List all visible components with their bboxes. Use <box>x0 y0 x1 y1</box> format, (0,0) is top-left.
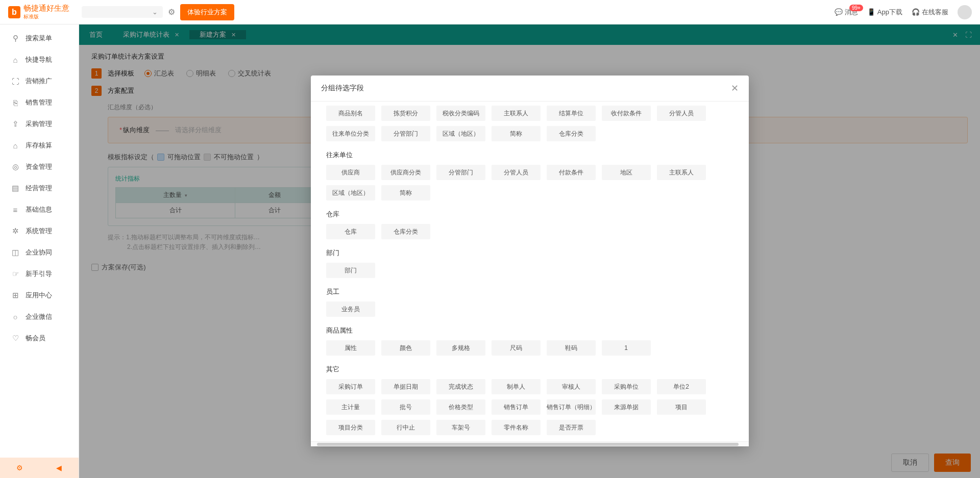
field-chip[interactable]: 往来单位分类 <box>326 126 375 141</box>
field-chip[interactable]: 零件名称 <box>492 420 541 435</box>
sidebar-item-label: 搜索菜单 <box>26 34 52 43</box>
field-group-title: 其它 <box>326 365 749 374</box>
sidebar-item[interactable]: ⎘销售管理 <box>0 92 79 113</box>
field-chip[interactable]: 属性 <box>326 340 375 356</box>
field-chip[interactable]: 颜色 <box>381 340 430 356</box>
field-chip[interactable]: 主联系人 <box>492 106 541 121</box>
field-chip[interactable]: 结算单位 <box>547 106 596 121</box>
gear-icon: ⚙ <box>16 464 23 472</box>
sidebar-item-label: 采购管理 <box>26 119 52 129</box>
field-chip[interactable]: 简称 <box>492 126 541 141</box>
sidebar-item[interactable]: ⊞应用中心 <box>0 285 79 306</box>
field-chip[interactable]: 区域（地区） <box>326 185 375 200</box>
field-chip[interactable]: 制单人 <box>492 379 541 394</box>
field-chip[interactable]: 完成状态 <box>436 379 485 394</box>
field-chip[interactable]: 部门 <box>326 263 375 278</box>
field-chip[interactable]: 地区 <box>602 165 651 180</box>
online-service-link[interactable]: 🎧 在线客服 <box>912 8 948 17</box>
field-chip[interactable]: 简称 <box>381 185 430 200</box>
modal-horizontal-scrollbar[interactable] <box>311 441 749 446</box>
sidebar-item[interactable]: ✲系统管理 <box>0 220 79 242</box>
modal-close-icon[interactable]: ✕ <box>731 83 739 94</box>
field-chip[interactable]: 付款条件 <box>547 165 596 180</box>
sidebar-item[interactable]: ◎资金管理 <box>0 156 79 178</box>
sidebar-item-icon: ⇪ <box>11 120 19 128</box>
sidebar-item[interactable]: ☞新手引导 <box>0 263 79 285</box>
modal-title: 分组待选字段 <box>321 84 364 93</box>
sidebar-item-icon: ◫ <box>11 248 19 257</box>
field-chip[interactable]: 项目 <box>657 399 706 415</box>
sidebar-item[interactable]: ◫企业协同 <box>0 242 79 263</box>
field-chip[interactable]: 批号 <box>381 399 430 415</box>
field-chip[interactable]: 供应商分类 <box>381 165 430 180</box>
sidebar-item[interactable]: ⌂库存核算 <box>0 135 79 156</box>
field-chip[interactable]: 税收分类编码 <box>436 106 485 121</box>
gear-icon[interactable]: ⚙ <box>168 7 175 17</box>
field-chip[interactable]: 业务员 <box>326 301 375 317</box>
sidebar-collapse-button[interactable]: ◀ <box>39 458 79 478</box>
field-chip[interactable]: 鞋码 <box>547 340 596 356</box>
field-chip[interactable]: 来源单据 <box>602 399 651 415</box>
sidebar-item-icon: ≡ <box>11 206 19 214</box>
field-chip[interactable]: 车架号 <box>436 420 485 435</box>
sidebar-item-icon: ◎ <box>11 163 19 171</box>
field-chip[interactable]: 分管部门 <box>381 126 430 141</box>
scroll-thumb[interactable] <box>317 443 739 446</box>
industry-solution-button[interactable]: 体验行业方案 <box>180 4 234 20</box>
field-chip[interactable]: 分管部门 <box>436 165 485 180</box>
brand-name: 畅捷通好生意 <box>23 4 69 13</box>
field-chip[interactable]: 单位2 <box>657 379 706 394</box>
message-badge: 99+ <box>849 5 863 11</box>
field-chip[interactable]: 仓库分类 <box>381 224 430 239</box>
field-chip[interactable]: 采购订单 <box>326 379 375 394</box>
sidebar-item[interactable]: ⌂快捷导航 <box>0 49 79 70</box>
app-download-link[interactable]: 📱 App下载 <box>867 8 902 17</box>
sidebar-item[interactable]: ⚲搜索菜单 <box>0 28 79 49</box>
field-chip[interactable]: 项目分类 <box>326 420 375 435</box>
field-chip[interactable]: 分管人员 <box>492 165 541 180</box>
sidebar-item[interactable]: ♡畅会员 <box>0 328 79 349</box>
field-chip[interactable]: 1 <box>602 340 651 356</box>
field-chip[interactable]: 仓库 <box>326 224 375 239</box>
sidebar-item[interactable]: ⛶营销推广 <box>0 70 79 92</box>
field-chip[interactable]: 主计量 <box>326 399 375 415</box>
sidebar-item-icon: ▤ <box>11 184 19 192</box>
field-chip[interactable]: 单据日期 <box>381 379 430 394</box>
sidebar-item[interactable]: ⇪采购管理 <box>0 113 79 135</box>
sidebar-item-label: 系统管理 <box>26 227 52 236</box>
sidebar-item-label: 应用中心 <box>26 291 52 300</box>
sidebar-item-icon: ⎘ <box>11 98 19 107</box>
field-chip[interactable]: 分管人员 <box>657 106 706 121</box>
app-header: b 畅捷通好生意 标准版 ⌄ ⚙ 体验行业方案 💬 消息 99+ 📱 App下载… <box>0 0 980 24</box>
field-chip[interactable]: 拣货积分 <box>381 106 430 121</box>
avatar[interactable] <box>958 5 972 19</box>
sidebar-item-label: 营销推广 <box>26 77 52 86</box>
field-chip[interactable]: 行中止 <box>381 420 430 435</box>
sidebar-item-label: 新手引导 <box>26 269 52 279</box>
field-chip[interactable]: 区域（地区） <box>436 126 485 141</box>
sidebar-item[interactable]: ≡基础信息 <box>0 199 79 220</box>
field-chip[interactable]: 供应商 <box>326 165 375 180</box>
field-chip[interactable]: 尺码 <box>492 340 541 356</box>
sidebar-item-label: 企业协同 <box>26 248 52 257</box>
field-chip[interactable]: 价格类型 <box>436 399 485 415</box>
sidebar-item-label: 快捷导航 <box>26 55 52 64</box>
sidebar-item[interactable]: ▤经营管理 <box>0 178 79 199</box>
field-chip[interactable]: 采购单位 <box>602 379 651 394</box>
field-chip[interactable]: 销售订单（明细） <box>547 399 596 415</box>
field-chip[interactable]: 审核人 <box>547 379 596 394</box>
field-chip[interactable]: 销售订单 <box>492 399 541 415</box>
org-dropdown[interactable]: ⌄ <box>82 6 163 18</box>
field-chip[interactable]: 主联系人 <box>657 165 706 180</box>
sidebar-item-icon: ♡ <box>11 334 19 342</box>
field-chip[interactable]: 多规格 <box>436 340 485 356</box>
field-chip[interactable]: 仓库分类 <box>547 126 596 141</box>
field-chip[interactable]: 商品别名 <box>326 106 375 121</box>
messages-link[interactable]: 💬 消息 99+ <box>835 8 858 17</box>
field-chip[interactable]: 是否开票 <box>547 420 596 435</box>
headset-icon: 🎧 <box>912 8 920 16</box>
sidebar-settings-button[interactable]: ⚙ <box>0 458 39 478</box>
sidebar-item-label: 经营管理 <box>26 184 52 193</box>
field-chip[interactable]: 收付款条件 <box>602 106 651 121</box>
sidebar-item[interactable]: ○企业微信 <box>0 306 79 328</box>
